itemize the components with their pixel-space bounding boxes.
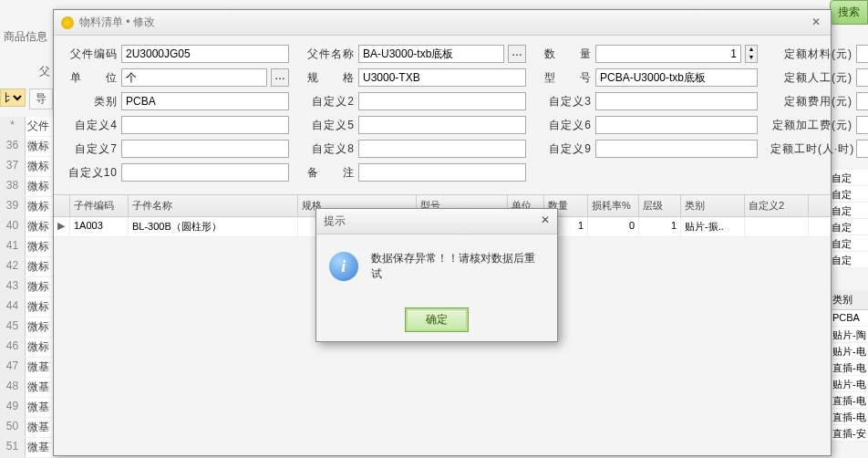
message-titlebar: 提示 ✕ bbox=[316, 209, 557, 234]
right-panel-cell: 贴片-电 bbox=[831, 343, 868, 359]
inp-c10[interactable] bbox=[121, 163, 289, 182]
right-panel-cell: 直插-电 bbox=[831, 359, 868, 376]
modal-title-text: 物料清单 • 修改 bbox=[79, 15, 803, 30]
modal-close-icon[interactable]: ✕ bbox=[809, 16, 823, 30]
inp-fee[interactable] bbox=[856, 92, 868, 110]
lbl-model: 型 号 bbox=[539, 70, 592, 86]
inp-spec[interactable] bbox=[358, 68, 526, 87]
lbl-c2: 自定义2 bbox=[302, 94, 355, 109]
bg-table-row[interactable]: 47微基 bbox=[0, 358, 55, 378]
inp-labor-cost[interactable] bbox=[856, 68, 868, 87]
inp-qty[interactable] bbox=[595, 45, 741, 63]
sgh-arrow bbox=[54, 195, 70, 216]
sgh-level[interactable]: 层级 bbox=[639, 195, 681, 216]
bg-table-row[interactable]: 37微标 bbox=[0, 157, 55, 177]
bg-table-row[interactable]: 45微标 bbox=[0, 317, 55, 338]
modal-form: 父件编码 父件名称… 数 量▲▼ 定额材料(元) 单 位… 规 格 型 号 定额… bbox=[54, 36, 831, 191]
message-close-icon[interactable]: ✕ bbox=[541, 213, 550, 229]
bg-table-row[interactable]: 51微基 bbox=[0, 438, 55, 458]
lbl-fee: 定额费用(元) bbox=[770, 94, 852, 109]
sgr-name: BL-300B（圆柱形） bbox=[129, 217, 298, 236]
inp-c6[interactable] bbox=[595, 116, 758, 134]
bg-filter-select[interactable]: 比 bbox=[0, 88, 26, 107]
inp-c9[interactable] bbox=[595, 140, 758, 158]
bg-table-row[interactable]: *父件 bbox=[0, 117, 55, 137]
lbl-category: 类别 bbox=[65, 94, 118, 109]
inp-proc-fee[interactable] bbox=[856, 116, 868, 134]
bg-table-row[interactable]: 36微标 bbox=[0, 137, 55, 157]
right-panel-cell: PCBA bbox=[831, 310, 868, 327]
qty-spinner[interactable]: ▲▼ bbox=[745, 45, 758, 63]
lbl-hours: 定额工时(人·时) bbox=[770, 141, 852, 157]
bg-table-row[interactable]: 50微基 bbox=[0, 418, 55, 438]
sgh-loss[interactable]: 损耗率% bbox=[588, 195, 639, 216]
bg-col-label: 父 bbox=[39, 64, 50, 79]
inp-mat-cost[interactable] bbox=[856, 45, 868, 63]
bg-table-row[interactable]: 40微标 bbox=[0, 217, 55, 237]
search-button[interactable]: 搜索 bbox=[830, 0, 868, 25]
bg-table-row[interactable]: 39微标 bbox=[0, 197, 55, 217]
sgr-loss: 0 bbox=[588, 217, 639, 236]
lbl-parent-name: 父件名称 bbox=[302, 47, 355, 62]
bg-table-row[interactable]: 43微标 bbox=[0, 277, 55, 297]
lookup-unit-icon[interactable]: … bbox=[271, 68, 289, 87]
bg-table-row[interactable]: 46微标 bbox=[0, 338, 55, 358]
right-panel-cell: 贴片-电 bbox=[831, 376, 868, 392]
lbl-c7: 自定义7 bbox=[65, 141, 118, 157]
bg-tab: 商品信息 bbox=[0, 27, 51, 47]
inp-c8[interactable] bbox=[358, 140, 526, 158]
inp-c3[interactable] bbox=[595, 92, 758, 110]
info-icon: i bbox=[329, 252, 358, 281]
right-top-cell: 自定 bbox=[830, 186, 868, 203]
inp-parent-name[interactable] bbox=[358, 45, 504, 63]
sgh-name[interactable]: 子件名称 bbox=[129, 195, 298, 216]
inp-c2[interactable] bbox=[358, 92, 526, 110]
bg-table-row[interactable]: 38微标 bbox=[0, 177, 55, 197]
right-panel-cell: 直插-安 bbox=[831, 425, 868, 442]
lbl-qty: 数 量 bbox=[539, 47, 592, 62]
message-title-text: 提示 bbox=[324, 213, 346, 229]
inp-parent-code[interactable] bbox=[121, 45, 289, 63]
lbl-c9: 自定义9 bbox=[539, 141, 592, 157]
sgh-code[interactable]: 子件编码 bbox=[70, 195, 129, 216]
bg-table-row[interactable]: 48微基 bbox=[0, 378, 55, 398]
sgh-c2[interactable]: 自定义2 bbox=[745, 195, 809, 216]
sgr-c2 bbox=[745, 217, 809, 236]
inp-c5[interactable] bbox=[358, 116, 526, 134]
bg-table-row[interactable]: 44微标 bbox=[0, 297, 55, 317]
bg-table-row[interactable]: 41微标 bbox=[0, 237, 55, 257]
sgr-arrow-icon: ▶ bbox=[54, 217, 70, 236]
message-dialog: 提示 ✕ i 数据保存异常！！请核对数据后重试 确定 bbox=[315, 208, 558, 342]
lbl-parent-code: 父件编码 bbox=[65, 47, 118, 62]
lbl-unit: 单 位 bbox=[65, 70, 118, 86]
inp-unit[interactable] bbox=[121, 68, 267, 87]
inp-model[interactable] bbox=[595, 68, 758, 87]
inp-c7[interactable] bbox=[121, 140, 289, 158]
lbl-c4: 自定义4 bbox=[65, 118, 118, 133]
lbl-spec: 规 格 bbox=[302, 70, 355, 86]
sgr-code: 1A003 bbox=[70, 217, 129, 236]
right-top-cell: 自定 bbox=[830, 235, 868, 252]
lbl-c10: 自定义10 bbox=[65, 165, 118, 181]
sgr-cat: 贴片-振.. bbox=[681, 217, 745, 236]
right-panel-header: 类别 bbox=[831, 290, 868, 310]
right-top-cell: 自定 bbox=[830, 219, 868, 235]
lbl-c3: 自定义3 bbox=[539, 94, 592, 109]
modal-icon bbox=[61, 16, 74, 29]
sgh-cat[interactable]: 类别 bbox=[681, 195, 745, 216]
right-panel-cell: 直插-电 bbox=[831, 409, 868, 425]
lookup-parent-name-icon[interactable]: … bbox=[508, 45, 526, 63]
inp-remark[interactable] bbox=[358, 163, 526, 182]
bg-table-row[interactable]: 49微基 bbox=[0, 398, 55, 418]
inp-category[interactable] bbox=[121, 92, 289, 110]
lbl-c8: 自定义8 bbox=[302, 141, 355, 157]
sgr-level: 1 bbox=[639, 217, 681, 236]
bg-table: *父件36微标37微标38微标39微标40微标41微标42微标43微标44微标4… bbox=[0, 117, 55, 458]
message-ok-button[interactable]: 确定 bbox=[405, 307, 469, 332]
right-top-cell: 自定 bbox=[830, 203, 868, 219]
inp-c4[interactable] bbox=[121, 116, 289, 134]
inp-hours[interactable] bbox=[856, 140, 868, 158]
lbl-mat-cost: 定额材料(元) bbox=[770, 47, 852, 62]
bg-export-button[interactable]: 导 bbox=[29, 88, 53, 109]
bg-table-row[interactable]: 42微标 bbox=[0, 257, 55, 277]
